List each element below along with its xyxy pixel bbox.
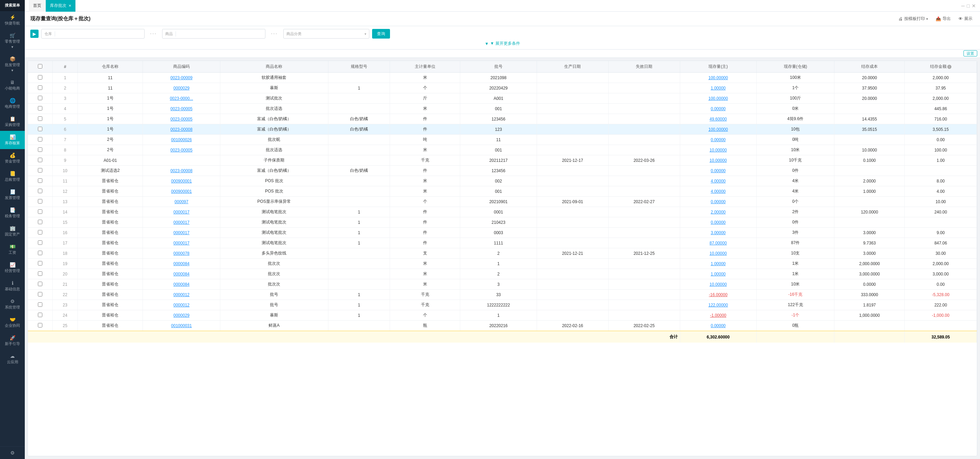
row-checkbox-cell[interactable]: [28, 124, 52, 135]
row-checkbox-cell[interactable]: [28, 73, 52, 83]
category-filter[interactable]: 商品分类 ▾: [283, 29, 369, 38]
sidebar-item-ecom-small[interactable]: 🖥 小能电商: [0, 76, 25, 94]
window-close-btn[interactable]: ✕: [972, 3, 976, 9]
col-batch[interactable]: 批号: [460, 61, 537, 73]
tab-close-icon[interactable]: ✕: [68, 4, 71, 8]
row-goods-code[interactable]: 0000017: [143, 228, 220, 238]
row-goods-code[interactable]: 001000031: [143, 320, 220, 331]
row-checkbox-cell[interactable]: [28, 114, 52, 124]
row-qty-main[interactable]: 3.00000: [680, 228, 757, 238]
sidebar-item-basic[interactable]: ℹ 基础信息: [0, 277, 25, 295]
row-qty-main[interactable]: 4.00000: [680, 186, 757, 197]
row-qty-main[interactable]: 0.00000: [680, 135, 757, 145]
row-checkbox[interactable]: [38, 75, 42, 80]
sidebar-item-purchase[interactable]: 📋 采购管理: [0, 113, 25, 131]
row-qty-main[interactable]: -1.00000: [680, 310, 757, 320]
sidebar-item-cloud[interactable]: ☁ 云应用: [0, 350, 25, 368]
col-warehouse[interactable]: 仓库名称: [78, 61, 143, 73]
sidebar-item-nav[interactable]: ⚡ 快捷导航: [0, 11, 25, 29]
col-spec[interactable]: 规格型号: [328, 61, 390, 73]
row-checkbox-cell[interactable]: [28, 228, 52, 238]
row-qty-main[interactable]: 10.00000: [680, 279, 757, 290]
sidebar-item-guide[interactable]: 🚀 新手引导: [0, 332, 25, 350]
row-qty-main[interactable]: 0.00000: [680, 104, 757, 114]
row-checkbox-cell[interactable]: [28, 238, 52, 248]
row-checkbox[interactable]: [38, 199, 42, 204]
row-goods-code[interactable]: 0000017: [143, 238, 220, 248]
sidebar-item-collab[interactable]: 🤝 企业协同: [0, 313, 25, 332]
row-checkbox-cell[interactable]: [28, 155, 52, 166]
row-checkbox[interactable]: [38, 240, 42, 245]
sidebar-item-system[interactable]: ⚙ 系统管理: [0, 295, 25, 313]
row-goods-code[interactable]: 0000012: [143, 300, 220, 310]
row-goods-code[interactable]: 0000084: [143, 269, 220, 279]
row-goods-code[interactable]: [143, 155, 220, 166]
row-checkbox[interactable]: [38, 106, 42, 110]
col-expire-date[interactable]: 失效日期: [608, 61, 680, 73]
row-qty-main[interactable]: 87.00000: [680, 238, 757, 248]
row-checkbox[interactable]: [38, 282, 42, 286]
row-goods-code[interactable]: 001000026: [143, 135, 220, 145]
row-qty-main[interactable]: 100.00000: [680, 93, 757, 104]
row-checkbox-cell[interactable]: [28, 320, 52, 331]
sidebar-item-ecom[interactable]: 🌐 电商管理: [0, 94, 25, 113]
sidebar-item-business[interactable]: 📈 经营管理: [0, 258, 25, 277]
goods-filter[interactable]: 商品: [162, 29, 266, 38]
row-checkbox[interactable]: [38, 127, 42, 131]
col-checkbox[interactable]: [28, 61, 52, 73]
row-checkbox[interactable]: [38, 312, 42, 317]
row-checkbox-cell[interactable]: [28, 207, 52, 217]
row-qty-main[interactable]: 10.00000: [680, 155, 757, 166]
row-goods-code[interactable]: 0023-00009: [143, 73, 220, 83]
row-goods-code[interactable]: 0023-00005: [143, 145, 220, 155]
sidebar-item-salary[interactable]: 💵 工资: [0, 240, 25, 258]
row-qty-main[interactable]: 49.60000: [680, 114, 757, 124]
row-goods-code[interactable]: 000097: [143, 197, 220, 207]
row-checkbox[interactable]: [38, 189, 42, 193]
row-checkbox[interactable]: [38, 323, 42, 327]
col-avg-cost[interactable]: 结存成本: [834, 61, 905, 73]
sidebar-item-settings[interactable]: ⚙: [0, 446, 25, 459]
row-checkbox-cell[interactable]: [28, 93, 52, 104]
balance-info-icon[interactable]: i: [947, 65, 951, 69]
row-checkbox[interactable]: [38, 96, 42, 100]
row-qty-main[interactable]: 0.00000: [680, 217, 757, 228]
row-checkbox-cell[interactable]: [28, 290, 52, 300]
col-prod-date[interactable]: 生产日期: [537, 61, 608, 73]
sidebar-item-wholesale[interactable]: 📦 批发管理 ▾: [0, 53, 25, 76]
row-goods-code[interactable]: 0000017: [143, 217, 220, 228]
row-checkbox[interactable]: [38, 302, 42, 307]
row-qty-main[interactable]: 10.00000: [680, 248, 757, 258]
tab-inventory-batch[interactable]: 库存批次 ✕: [46, 0, 76, 12]
col-qty-store[interactable]: 现存量(仓储): [757, 61, 834, 73]
sidebar-item-retail[interactable]: 🛒 零售管理 ▾: [0, 29, 25, 53]
row-checkbox[interactable]: [38, 209, 42, 214]
row-qty-main[interactable]: 10.00000: [680, 145, 757, 155]
row-checkbox[interactable]: [38, 220, 42, 224]
window-max-btn[interactable]: □: [967, 3, 970, 9]
row-checkbox-cell[interactable]: [28, 166, 52, 176]
row-checkbox[interactable]: [38, 251, 42, 255]
row-qty-main[interactable]: 1.00000: [680, 258, 757, 269]
row-checkbox-cell[interactable]: [28, 145, 52, 155]
export-btn[interactable]: 📤 导出: [934, 14, 953, 23]
row-checkbox[interactable]: [38, 147, 42, 152]
row-qty-main[interactable]: 4.00000: [680, 176, 757, 186]
row-checkbox-cell[interactable]: [28, 176, 52, 186]
row-checkbox[interactable]: [38, 178, 42, 183]
row-goods-code[interactable]: 0000078: [143, 248, 220, 258]
row-checkbox[interactable]: [38, 137, 42, 142]
row-qty-main[interactable]: 2.00000: [680, 207, 757, 217]
col-unit[interactable]: 主计量单位: [390, 61, 460, 73]
row-checkbox[interactable]: [38, 292, 42, 296]
row-checkbox-cell[interactable]: [28, 104, 52, 114]
row-goods-code[interactable]: 0000029: [143, 83, 220, 93]
row-goods-code[interactable]: 0000017: [143, 207, 220, 217]
row-checkbox-cell[interactable]: [28, 258, 52, 269]
row-goods-code[interactable]: 000900001: [143, 176, 220, 186]
row-qty-main[interactable]: 1.00000: [680, 83, 757, 93]
search-button[interactable]: 查询: [372, 29, 390, 38]
tab-home[interactable]: 首页: [29, 0, 46, 12]
row-checkbox[interactable]: [38, 85, 42, 90]
row-checkbox-cell[interactable]: [28, 279, 52, 290]
